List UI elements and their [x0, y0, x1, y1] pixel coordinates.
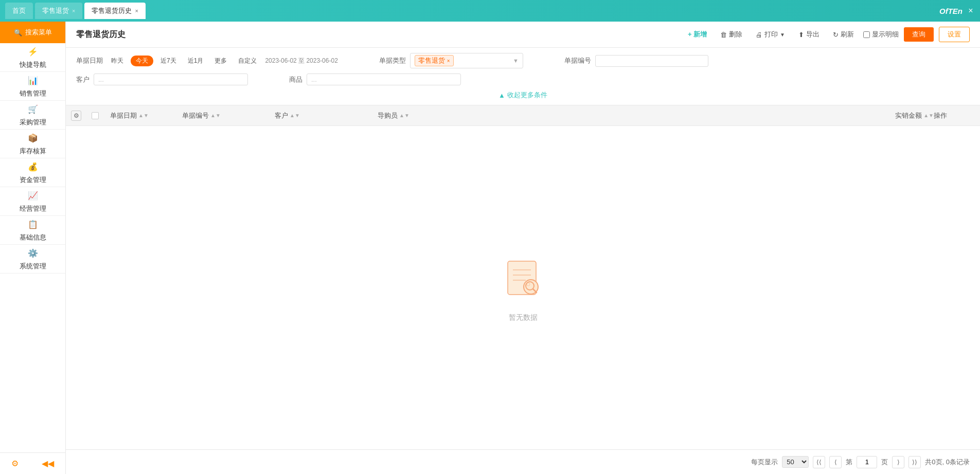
tab-retail-return-history-label: 零售退货历史: [92, 6, 132, 15]
search-menu-btn[interactable]: 🔍 搜索菜单: [0, 22, 65, 43]
print-arrow-icon: ▼: [780, 32, 785, 38]
date-week-btn[interactable]: 近7天: [156, 56, 181, 66]
print-btn[interactable]: 🖨 打印 ▼: [752, 28, 789, 41]
last-page-btn[interactable]: ⟩⟩: [908, 456, 921, 468]
type-select-arrow: ▼: [513, 58, 519, 64]
th-guide-label: 导购员: [378, 111, 398, 120]
number-input[interactable]: [595, 55, 708, 67]
customer-select[interactable]: ...: [94, 74, 248, 85]
sidebar-item-sales[interactable]: 📊 销售管理: [0, 72, 65, 101]
page-header: 零售退货历史 + 新增 🗑 删除 🖨 打印 ▼ ⬆ 导出 ↻: [66, 22, 980, 48]
pagination: 每页显示 50 10 20 100 ⟨⟨ ⟨ 第 页 ⟩ ⟩⟩ 共0页, 0条记…: [66, 449, 980, 474]
column-settings-btn[interactable]: ⚙: [71, 111, 81, 121]
refresh-label: 刷新: [841, 30, 854, 39]
th-settings: ⚙: [71, 111, 92, 121]
sidebar-item-inventory[interactable]: 📦 库存核算: [0, 130, 65, 158]
number-filter-label: 单据编号: [564, 56, 591, 65]
th-number-label: 单据编号: [182, 111, 209, 120]
select-all-checkbox[interactable]: [92, 112, 99, 119]
goods-select[interactable]: ...: [307, 74, 461, 85]
collapse-icon: ▲: [498, 92, 505, 99]
quick-nav-icon: ⚡: [27, 46, 39, 58]
sidebar-item-operations-label: 经营管理: [20, 204, 46, 213]
sidebar-item-finance-label: 资金管理: [20, 175, 46, 185]
date-custom-btn[interactable]: 自定义: [234, 56, 261, 66]
guide-sort-icon[interactable]: ▲▼: [399, 113, 409, 118]
goods-placeholder: ...: [311, 76, 317, 83]
amount-sort-icon[interactable]: ▲▼: [923, 113, 934, 118]
tab-list: 首页 零售退货 × 零售退货历史 ×: [5, 3, 939, 19]
page-number-input[interactable]: [857, 456, 877, 468]
date-more-btn[interactable]: 更多: [210, 56, 231, 66]
tab-home-label: 首页: [12, 6, 26, 15]
sidebar-item-purchase-label: 采购管理: [20, 118, 46, 127]
sidebar-item-quick-nav-label: 快捷导航: [20, 60, 46, 69]
sidebar-item-sales-label: 销售管理: [20, 89, 46, 98]
date-yesterday-btn[interactable]: 昨天: [107, 56, 128, 66]
tab-retail-return-close[interactable]: ×: [72, 8, 75, 14]
filter-date-item: 单据日期 昨天 今天 近7天 近1月 更多 自定义 2023-06-02 至 2…: [76, 56, 338, 66]
date-month-btn[interactable]: 近1月: [184, 56, 208, 66]
delete-icon: 🗑: [720, 31, 727, 39]
customer-filter-label: 客户: [76, 75, 90, 84]
sidebar-audio-btn[interactable]: ◀◀: [42, 459, 54, 468]
settings-btn[interactable]: 设置: [939, 27, 970, 42]
customer-sort-icon[interactable]: ▲▼: [290, 113, 300, 118]
new-btn[interactable]: + 新增: [684, 28, 711, 41]
per-page-select[interactable]: 50 10 20 100: [782, 456, 809, 468]
empty-state-illustration: [497, 253, 549, 305]
filter-type-item: 单据类型 零售退货 × ▼: [379, 53, 523, 68]
type-tag-remove[interactable]: ×: [447, 58, 450, 64]
date-sort-icon[interactable]: ▲▼: [138, 113, 149, 118]
delete-label: 删除: [729, 30, 742, 39]
page-title: 零售退货历史: [76, 29, 126, 40]
header-actions: + 新增 🗑 删除 🖨 打印 ▼ ⬆ 导出 ↻ 刷新: [684, 27, 970, 42]
type-tag-text: 零售退货: [418, 56, 445, 65]
system-icon: ⚙️: [27, 247, 39, 260]
empty-state: 暂无数据: [66, 126, 980, 449]
tab-home[interactable]: 首页: [5, 3, 33, 19]
display-switch[interactable]: 显示明细: [863, 30, 899, 39]
collapse-bar[interactable]: ▲ 收起更多条件: [76, 90, 970, 100]
topbar-right: OfTEn ×: [939, 7, 975, 15]
collapse-label: 收起更多条件: [507, 90, 547, 100]
number-sort-icon[interactable]: ▲▼: [210, 113, 221, 118]
sidebar-item-quick-nav[interactable]: ⚡ 快捷导航: [0, 43, 65, 72]
tab-retail-return-history-close[interactable]: ×: [135, 8, 138, 14]
prev-page-btn[interactable]: ⟨: [829, 456, 842, 468]
delete-btn[interactable]: 🗑 删除: [716, 28, 746, 41]
next-page-btn[interactable]: ⟩: [892, 456, 904, 468]
display-switch-checkbox[interactable]: [863, 31, 870, 38]
th-date: 单据日期 ▲▼: [110, 111, 182, 120]
purchase-icon: 🛒: [27, 103, 39, 116]
type-select[interactable]: 零售退货 × ▼: [410, 53, 523, 68]
table-container: ⚙ 单据日期 ▲▼ 单据编号 ▲▼ 客户 ▲▼ 导购员: [66, 105, 980, 449]
refresh-btn[interactable]: ↻ 刷新: [829, 28, 858, 41]
window-close-btn[interactable]: ×: [967, 7, 975, 15]
tab-retail-return-history[interactable]: 零售退货历史 ×: [84, 3, 145, 19]
tab-retail-return[interactable]: 零售退货 ×: [35, 3, 82, 19]
export-label: 导出: [806, 30, 819, 39]
type-filter-label: 单据类型: [379, 56, 406, 65]
query-btn[interactable]: 查询: [904, 27, 934, 42]
refresh-icon: ↻: [833, 31, 839, 39]
th-guide: 导购员 ▲▼: [378, 111, 470, 120]
basic-info-icon: 📋: [27, 218, 39, 231]
sidebar-item-system[interactable]: ⚙️ 系统管理: [0, 245, 65, 274]
date-range-display: 2023-06-02 至 2023-06-02: [265, 57, 337, 65]
total-records-text: 共0页, 0条记录: [925, 458, 970, 467]
sidebar-item-basic-info[interactable]: 📋 基础信息: [0, 216, 65, 245]
operations-icon: 📈: [27, 190, 39, 202]
sidebar-item-operations[interactable]: 📈 经营管理: [0, 187, 65, 216]
date-options: 昨天 今天 近7天 近1月 更多 自定义: [107, 56, 261, 66]
sidebar-settings-btn[interactable]: ⚙: [11, 459, 19, 468]
th-action-label: 操作: [934, 111, 947, 120]
sidebar-item-finance[interactable]: 💰 资金管理: [0, 158, 65, 187]
sidebar-item-purchase[interactable]: 🛒 采购管理: [0, 101, 65, 130]
finance-icon: 💰: [27, 161, 39, 173]
date-today-btn[interactable]: 今天: [131, 56, 153, 66]
export-icon: ⬆: [798, 31, 804, 39]
brand-text: OfTEn: [939, 7, 963, 15]
export-btn[interactable]: ⬆ 导出: [794, 28, 824, 41]
first-page-btn[interactable]: ⟨⟨: [813, 456, 825, 468]
